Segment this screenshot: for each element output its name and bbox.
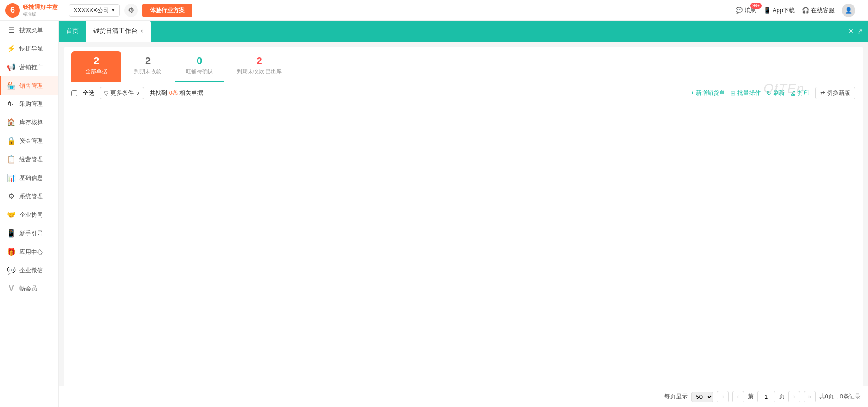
- switch-label: 切换新版: [827, 89, 850, 97]
- experience-button[interactable]: 体验行业方案: [142, 4, 192, 17]
- sidebar-item-marketing[interactable]: 📢 营销推广: [0, 58, 58, 76]
- marketing-icon: 📢: [7, 63, 16, 71]
- toolbar: 全选 ▽ 更多条件 ∨ 共找到 0条 相关单据 + 新增销货单 ⊞ 批量操作: [64, 82, 863, 104]
- finance-icon: 🔒: [7, 136, 16, 145]
- quick-nav-icon: ⚡: [7, 44, 16, 53]
- sidebar-item-operations[interactable]: 📋 经营管理: [0, 150, 58, 168]
- toolbar-right: + 新增销货单 ⊞ 批量操作 ↻ 刷新 🖨 打印 ⇄: [691, 87, 855, 99]
- refresh-button[interactable]: ↻ 刷新: [766, 89, 785, 97]
- online-service-action[interactable]: 🎧 在线客服: [802, 6, 835, 14]
- sidebar-item-label: 企业协同: [19, 211, 43, 219]
- logo-text: 畅捷通好生意 标准版: [23, 3, 58, 18]
- switch-icon: ⇄: [820, 90, 825, 97]
- stat-number-all: 2: [94, 55, 99, 67]
- page-number-input[interactable]: [757, 391, 775, 402]
- sidebar-item-label: 采购管理: [19, 100, 43, 108]
- prev-page-button[interactable]: ‹: [732, 391, 744, 402]
- avatar-icon: 👤: [845, 7, 852, 14]
- sidebar-item-label: 快捷导航: [19, 45, 43, 53]
- filter-chevron-icon: ∨: [136, 90, 140, 97]
- add-sales-order-button[interactable]: + 新增销货单: [691, 89, 725, 97]
- refresh-label: 刷新: [773, 89, 785, 97]
- result-count: 0条: [169, 89, 178, 96]
- print-button[interactable]: 🖨 打印: [790, 89, 810, 97]
- sidebar-item-label: 新手引导: [19, 229, 43, 238]
- sidebar-item-label: 经营管理: [19, 155, 43, 164]
- app-center-icon: 🎁: [7, 248, 16, 256]
- table-area: [64, 104, 863, 402]
- last-page-button[interactable]: »: [804, 391, 816, 402]
- app-subtitle: 标准版: [23, 11, 58, 18]
- stat-card-overdue[interactable]: 2 到期未收款: [123, 51, 173, 82]
- filter-button[interactable]: ▽ 更多条件 ∨: [100, 87, 144, 99]
- inner-content: 2 全部单据 2 到期未收款 0 旺铺待确认 2 到期未收款 已出库: [64, 47, 863, 402]
- enterprise-coop-icon: 🤝: [7, 211, 16, 219]
- gear-icon: ⚙: [128, 6, 134, 14]
- settings-button[interactable]: ⚙: [124, 4, 138, 17]
- tab-active[interactable]: 钱货日清工作台 ×: [86, 21, 151, 42]
- sidebar-item-system[interactable]: ⚙ 系统管理: [0, 187, 58, 206]
- stat-number-overdue-shipped: 2: [257, 55, 262, 67]
- tab-bar: 首页 钱货日清工作台 × × ⤢: [59, 21, 868, 42]
- message-badge: 99+: [750, 3, 762, 9]
- purchase-icon: 🛍: [7, 100, 16, 108]
- sidebar-item-label: 畅会员: [19, 285, 37, 293]
- sidebar-item-label: 搜索菜单: [19, 26, 43, 34]
- tab-close-icon[interactable]: ×: [140, 28, 143, 34]
- inventory-icon: 🏠: [7, 118, 16, 126]
- stat-card-wangpu[interactable]: 0 旺铺待确认: [175, 51, 224, 82]
- batch-icon: ⊞: [731, 90, 736, 97]
- print-icon: 🖨: [790, 90, 796, 97]
- company-selector[interactable]: XXXXXX公司 ▾: [69, 4, 120, 17]
- stats-row: 2 全部单据 2 到期未收款 0 旺铺待确认 2 到期未收款 已出库: [64, 47, 863, 82]
- sidebar-item-label: 应用中心: [19, 248, 43, 256]
- tab-home-label: 首页: [66, 27, 79, 35]
- sidebar-item-enterprise-coop[interactable]: 🤝 企业协同: [0, 206, 58, 224]
- sidebar-item-base-info[interactable]: 📊 基础信息: [0, 168, 58, 187]
- sidebar-item-member[interactable]: V 畅会员: [0, 280, 58, 298]
- select-all-label: 全选: [83, 89, 94, 97]
- total-records-text: 共0页，0条记录: [819, 393, 861, 401]
- newbie-guide-icon: 📱: [7, 229, 16, 238]
- header-right: 💬 消息 99+ 📱 App下载 🎧 在线客服 👤: [736, 4, 863, 17]
- message-action[interactable]: 💬 消息 99+: [736, 6, 756, 14]
- sidebar-item-label: 营销推广: [19, 63, 43, 71]
- next-page-button[interactable]: ›: [788, 391, 800, 402]
- enterprise-weixin-icon: 💬: [7, 266, 16, 275]
- switch-version-button[interactable]: ⇄ 切换新版: [815, 87, 855, 99]
- sidebar-item-sales[interactable]: 🏪 销售管理: [0, 76, 58, 95]
- tab-expand-button[interactable]: ⤢: [857, 27, 863, 36]
- sidebar-item-label: 销售管理: [19, 82, 43, 90]
- tab-close-button[interactable]: ×: [849, 27, 853, 35]
- sidebar-item-newbie-guide[interactable]: 📱 新手引导: [0, 224, 58, 243]
- sidebar-item-finance[interactable]: 🔒 资金管理: [0, 131, 58, 150]
- batch-operations-button[interactable]: ⊞ 批量操作: [731, 89, 761, 97]
- sidebar-item-purchase[interactable]: 🛍 采购管理: [0, 95, 58, 113]
- page-size-select[interactable]: 50: [691, 392, 713, 402]
- first-page-button[interactable]: «: [717, 391, 729, 402]
- phone-icon: 📱: [764, 7, 771, 14]
- sidebar-item-label: 基础信息: [19, 174, 43, 182]
- sidebar-item-search-menu[interactable]: ☰ 搜索菜单: [0, 21, 58, 39]
- logo-icon: 6: [5, 3, 20, 18]
- page-label: 第: [748, 393, 754, 401]
- sidebar-item-inventory[interactable]: 🏠 库存核算: [0, 113, 58, 131]
- sales-icon: 🏪: [7, 81, 16, 90]
- sidebar-item-app-center[interactable]: 🎁 应用中心: [0, 243, 58, 261]
- sidebar-item-enterprise-weixin[interactable]: 💬 企业微信: [0, 261, 58, 280]
- sidebar-item-label: 资金管理: [19, 137, 43, 145]
- stat-card-overdue-shipped[interactable]: 2 到期未收款 已出库: [226, 51, 292, 82]
- app-download-action[interactable]: 📱 App下载: [764, 6, 795, 14]
- app-download-label: App下载: [773, 6, 795, 14]
- page-suffix: 页: [779, 393, 785, 401]
- avatar[interactable]: 👤: [842, 4, 855, 17]
- result-suffix: 相关单据: [179, 89, 203, 96]
- select-all-checkbox[interactable]: [71, 90, 77, 96]
- top-header: 6 畅捷通好生意 标准版 XXXXXX公司 ▾ ⚙ 体验行业方案 💬 消息 99…: [0, 0, 868, 21]
- stat-card-all[interactable]: 2 全部单据: [71, 51, 121, 82]
- sidebar-item-quick-nav[interactable]: ⚡ 快捷导航: [0, 39, 58, 58]
- batch-label: 批量操作: [737, 89, 761, 97]
- sidebar: ☰ 搜索菜单 ⚡ 快捷导航 📢 营销推广 🏪 销售管理 🛍 采购管理 🏠 库存核…: [0, 21, 59, 407]
- tab-home[interactable]: 首页: [59, 21, 86, 42]
- main-content: 2 全部单据 2 到期未收款 0 旺铺待确认 2 到期未收款 已出库: [59, 42, 868, 407]
